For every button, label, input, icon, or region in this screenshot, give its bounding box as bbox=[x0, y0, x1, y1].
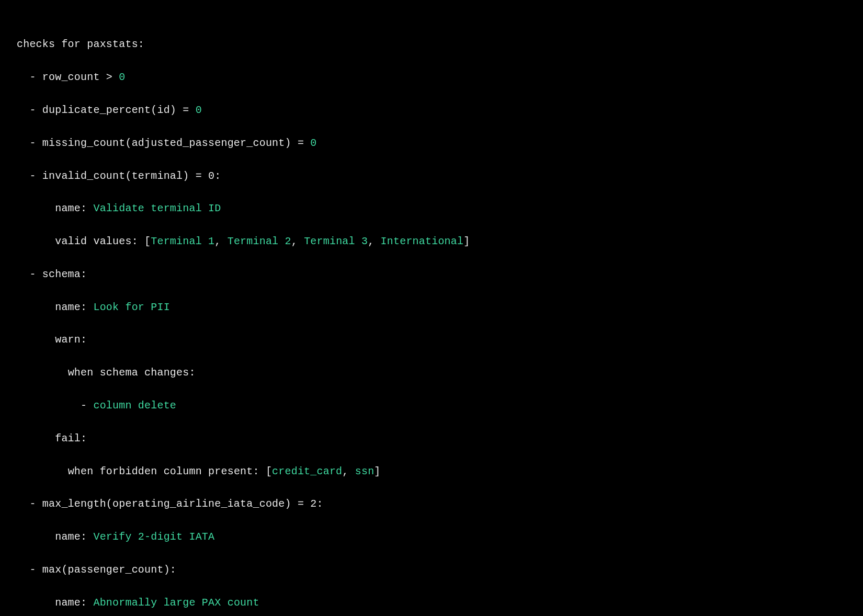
code-line: name: Look for PII bbox=[17, 299, 846, 315]
code-line: - schema: bbox=[17, 266, 846, 282]
code-line: - max_length(operating_airline_iata_code… bbox=[17, 496, 846, 512]
indent bbox=[17, 367, 68, 379]
dash: - bbox=[17, 564, 42, 576]
yaml-key: when schema changes bbox=[68, 367, 189, 379]
yaml-key: name bbox=[55, 597, 81, 609]
indent bbox=[17, 334, 55, 346]
bracket-open: [ bbox=[266, 465, 272, 477]
comma: , bbox=[368, 235, 380, 247]
colon: : bbox=[81, 432, 87, 444]
colon: : bbox=[214, 170, 221, 182]
yaml-value: 0 bbox=[119, 71, 125, 83]
colon: : bbox=[81, 597, 93, 609]
colon: : bbox=[138, 38, 144, 50]
indent bbox=[17, 597, 55, 609]
yaml-value: ssn bbox=[355, 465, 374, 477]
yaml-key: warn bbox=[55, 334, 81, 346]
code-line: - invalid_count(terminal) = 0: bbox=[17, 168, 846, 184]
comma: , bbox=[291, 235, 304, 247]
yaml-value: 0 bbox=[310, 137, 316, 149]
colon: : bbox=[81, 531, 93, 543]
comma: , bbox=[214, 235, 227, 247]
yaml-value: Terminal 1 bbox=[151, 235, 214, 247]
yaml-key: row_count > bbox=[42, 71, 119, 83]
bracket-close: ] bbox=[463, 235, 470, 247]
code-line: - duplicate_percent(id) = 0 bbox=[17, 102, 846, 118]
indent bbox=[17, 465, 68, 477]
yaml-key: checks for paxstats bbox=[17, 38, 138, 50]
yaml-value: Verify 2-digit IATA bbox=[93, 531, 214, 543]
dash: - bbox=[17, 104, 42, 116]
code-line: checks for paxstats: bbox=[17, 36, 846, 52]
indent bbox=[17, 235, 55, 247]
colon: : bbox=[81, 301, 93, 313]
yaml-key: valid values bbox=[55, 235, 131, 247]
yaml-key: duplicate_percent(id) = bbox=[42, 104, 196, 116]
dash: - bbox=[17, 498, 42, 510]
yaml-value: Terminal 3 bbox=[304, 235, 368, 247]
bracket-open: [ bbox=[144, 235, 151, 247]
yaml-key: schema bbox=[42, 268, 81, 280]
yaml-key: when forbidden column present bbox=[68, 465, 253, 477]
dash: - bbox=[17, 170, 42, 182]
yaml-value: 0 bbox=[196, 104, 202, 116]
dash: - bbox=[17, 71, 42, 83]
code-line: name: Validate terminal ID bbox=[17, 200, 846, 216]
code-line: name: Abnormally large PAX count bbox=[17, 595, 846, 611]
yaml-key: invalid_count(terminal) = 0 bbox=[42, 170, 214, 182]
yaml-value: Validate terminal ID bbox=[93, 202, 221, 214]
bracket-close: ] bbox=[374, 465, 380, 477]
comma: , bbox=[342, 465, 355, 477]
yaml-value: Look for PII bbox=[93, 301, 169, 313]
dash: - bbox=[81, 400, 93, 412]
indent bbox=[17, 531, 55, 543]
yaml-value: International bbox=[381, 235, 464, 247]
yaml-key: name bbox=[55, 531, 81, 543]
yaml-key: max(passenger_count) bbox=[42, 564, 170, 576]
code-line: - row_count > 0 bbox=[17, 69, 846, 85]
yaml-value: Terminal 2 bbox=[228, 235, 291, 247]
indent bbox=[17, 400, 81, 412]
colon: : bbox=[81, 268, 87, 280]
yaml-value: column delete bbox=[93, 400, 176, 412]
yaml-code-block: checks for paxstats: - row_count > 0 - d… bbox=[17, 20, 846, 616]
dash: - bbox=[17, 268, 42, 280]
code-line: valid values: [Terminal 1, Terminal 2, T… bbox=[17, 233, 846, 249]
yaml-key: missing_count(adjusted_passenger_count) … bbox=[42, 137, 310, 149]
code-line: name: Verify 2-digit IATA bbox=[17, 529, 846, 545]
yaml-value: Abnormally large PAX count bbox=[93, 597, 259, 609]
yaml-key: name bbox=[55, 301, 81, 313]
code-line: warn: bbox=[17, 332, 846, 348]
colon: : bbox=[253, 465, 265, 477]
code-line: - column delete bbox=[17, 397, 846, 414]
yaml-key: fail bbox=[55, 432, 81, 444]
dash: - bbox=[17, 137, 42, 149]
colon: : bbox=[170, 564, 176, 576]
colon: : bbox=[189, 367, 195, 379]
yaml-value: credit_card bbox=[272, 465, 342, 477]
indent bbox=[17, 301, 55, 313]
code-line: - max(passenger_count): bbox=[17, 562, 846, 578]
indent bbox=[17, 432, 55, 444]
yaml-key: max_length(operating_airline_iata_code) … bbox=[42, 498, 317, 510]
code-line: when forbidden column present: [credit_c… bbox=[17, 463, 846, 480]
indent bbox=[17, 202, 55, 214]
code-line: - missing_count(adjusted_passenger_count… bbox=[17, 135, 846, 151]
colon: : bbox=[317, 498, 323, 510]
yaml-key: name bbox=[55, 202, 81, 214]
code-line: fail: bbox=[17, 430, 846, 447]
code-line: when schema changes: bbox=[17, 364, 846, 381]
colon: : bbox=[81, 202, 93, 214]
colon: : bbox=[81, 334, 87, 346]
colon: : bbox=[132, 235, 144, 247]
